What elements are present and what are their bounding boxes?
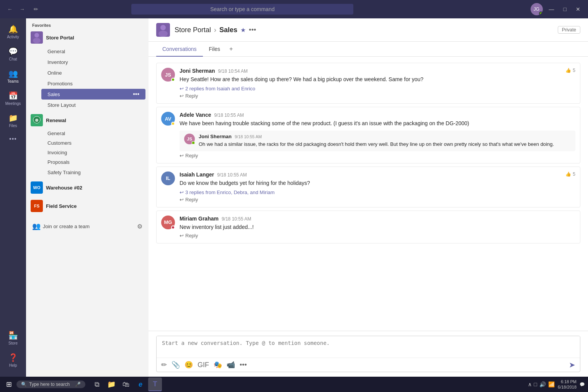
team-warehouse: WO Warehouse #02 ••• — [26, 179, 149, 196]
msg3-replies[interactable]: ↩ 3 replies from Enrico, Debra, and Miri… — [180, 189, 575, 195]
team-name-breadcrumb: Store Portal — [175, 26, 211, 34]
sidebar-item-files[interactable]: 📁 Files — [0, 110, 26, 131]
private-badge: Private — [558, 26, 580, 34]
notification-icon[interactable]: 💬 — [580, 382, 585, 387]
channel-sales-more[interactable]: ••• — [131, 91, 141, 98]
channel-invoicing[interactable]: Invoicing — [41, 148, 149, 157]
msg3-content: Isaiah Langer 9/18 10:55 AM 👍 5 Do we kn… — [180, 172, 575, 203]
send-button[interactable]: ➤ — [569, 360, 575, 369]
network-icon[interactable]: 📶 — [548, 381, 555, 387]
msg3-like[interactable]: 👍 5 — [565, 172, 575, 177]
sidebar-item-teams[interactable]: 👥 Teams — [0, 66, 26, 87]
settings-button[interactable]: ⚙ — [137, 223, 142, 230]
reply-icon: ↩ — [180, 93, 184, 99]
channel-promotions[interactable]: Promotions ••• — [41, 78, 149, 89]
user-avatar[interactable]: JG — [531, 3, 543, 15]
giphy-tool[interactable]: GIF — [198, 361, 209, 369]
maximize-button[interactable]: □ — [560, 5, 570, 14]
team-warehouse-header[interactable]: WO Warehouse #02 ••• — [26, 179, 149, 196]
taskbar-search[interactable]: 🔍 Type here to search 🎤 — [16, 381, 85, 388]
sidebar-item-chat[interactable]: 💬 Chat — [0, 44, 26, 64]
compose-button[interactable]: ✏ — [31, 4, 41, 15]
emoji-tool[interactable]: 😊 — [185, 361, 193, 369]
sidebar-item-meetings[interactable]: 📅 Meetings — [0, 88, 26, 109]
system-keyboard-icon[interactable]: □ — [534, 381, 537, 387]
taskbar-explorer[interactable]: 📁 — [105, 377, 118, 391]
nested-reply-content: Joni Sherman 9/18 10:55 AM Oh we had a s… — [199, 134, 571, 148]
top-bar-right: JG — □ ✕ — [531, 3, 583, 15]
back-button[interactable]: ← — [5, 4, 15, 15]
minimize-button[interactable]: — — [546, 5, 557, 14]
msg1-like[interactable]: 👍 5 — [565, 68, 575, 73]
msg4-text: New inventory list just added...! — [180, 223, 575, 231]
channel-online[interactable]: Online ••• — [41, 67, 149, 78]
channel-sales[interactable]: Sales ••• — [41, 89, 145, 100]
close-button[interactable]: ✕ — [573, 5, 583, 14]
add-tab-button[interactable]: + — [226, 42, 236, 56]
reply-icon4: ↩ — [180, 233, 184, 238]
compose-input[interactable] — [157, 336, 580, 356]
sidebar-item-activity[interactable]: 🔔 Activity — [0, 21, 26, 42]
sidebar-item-help[interactable]: ❓ Help — [8, 350, 18, 371]
store-portal-avatar-img — [31, 31, 43, 44]
msg2-reply-button[interactable]: ↩ Reply — [180, 153, 575, 158]
clock-date: 6/18/2018 — [558, 384, 577, 390]
sidebar-item-more[interactable]: ••• — [0, 132, 26, 145]
video-tool[interactable]: 📹 — [227, 361, 235, 369]
help-icon: ❓ — [8, 353, 18, 362]
channel-general[interactable]: General ••• — [41, 46, 149, 57]
format-tool[interactable]: ✏ — [161, 361, 167, 369]
msg4-time: 9/18 10:55 AM — [222, 216, 251, 222]
channel-more-icon[interactable]: ••• — [249, 26, 256, 34]
main-layout: 🔔 Activity 💬 Chat 👥 Teams 📅 Meetings 📁 F… — [0, 18, 588, 377]
more-compose-tool[interactable]: ••• — [240, 361, 247, 369]
message-3: IL Isaiah Langer 9/18 10:55 AM 👍 5 Do we… — [156, 167, 580, 207]
msg1-replies[interactable]: ↩ 2 replies from Isaiah and Enrico — [180, 86, 575, 91]
system-expand-icon[interactable]: ∧ — [528, 381, 532, 387]
taskbar-right: ∧ □ 🔊 📶 6:18 PM 6/18/2018 💬 — [528, 379, 585, 390]
taskbar-edge[interactable]: e — [134, 377, 147, 391]
taskbar-clock[interactable]: 6:18 PM 6/18/2018 — [558, 379, 577, 390]
channel-team-avatar — [156, 23, 170, 37]
channel-general2[interactable]: General — [41, 129, 149, 138]
message-1: JS Joni Sherman 9/18 10:54 AM 👍 5 Hey Se… — [156, 63, 580, 104]
tab-files[interactable]: Files — [203, 42, 227, 57]
start-button[interactable]: ⊞ — [3, 379, 15, 390]
msg1-reply-button[interactable]: ↩ Reply — [180, 93, 575, 99]
taskbar-teams[interactable]: T — [148, 377, 162, 391]
tab-conversations[interactable]: Conversations — [156, 42, 203, 57]
teams-sidebar: Favorites Store Portal ••• — [26, 18, 149, 377]
channel-store-layout[interactable]: Store Layout ••• — [41, 100, 149, 110]
msg1-avatar: JS — [161, 68, 175, 82]
warehouse-name: Warehouse #02 — [46, 185, 131, 191]
taskbar-task-view[interactable]: ⧉ — [90, 377, 104, 391]
team-field-service-header[interactable]: FS Field Service ••• — [26, 198, 149, 214]
channel-safety-training[interactable]: Safety Training ••• — [41, 167, 149, 178]
compose-area: ✏ 📎 😊 GIF 🎭 📹 ••• ➤ — [149, 331, 588, 377]
teams-label: Teams — [7, 79, 18, 83]
msg4-reply-button[interactable]: ↩ Reply — [180, 233, 575, 238]
clock-time: 6:18 PM — [558, 379, 577, 384]
channel-header: Store Portal › Sales ★ ••• Private — [149, 18, 588, 42]
favorites-section: Favorites Store Portal ••• — [26, 18, 149, 217]
volume-icon[interactable]: 🔊 — [539, 381, 546, 387]
search-input[interactable] — [131, 4, 353, 15]
nested-status — [192, 141, 195, 144]
nested-reply-time: 9/18 10:55 AM — [235, 134, 262, 139]
team-renewal-header[interactable]: Renewal ••• — [26, 112, 149, 129]
meetings-label: Meetings — [5, 101, 21, 106]
taskbar-store[interactable]: 🛍 — [119, 377, 133, 391]
renewal-avatar-img — [31, 114, 43, 126]
join-team-button[interactable]: 👥 Join or create a team — [32, 222, 134, 230]
channel-proposals[interactable]: Proposals — [41, 157, 149, 167]
favorite-star-icon[interactable]: ★ — [240, 26, 246, 34]
taskbar-apps: ⧉ 📁 🛍 e T — [90, 377, 162, 391]
channel-customers[interactable]: Customers — [41, 138, 149, 148]
team-store-portal-header[interactable]: Store Portal ••• — [26, 29, 149, 46]
sticker-tool[interactable]: 🎭 — [214, 361, 222, 369]
msg3-reply-button[interactable]: ↩ Reply — [180, 197, 575, 203]
attach-tool[interactable]: 📎 — [172, 361, 180, 369]
forward-button[interactable]: → — [17, 4, 28, 15]
channel-inventory[interactable]: Inventory ••• — [41, 57, 149, 67]
sidebar-item-store[interactable]: 🏪 Store — [8, 328, 18, 348]
